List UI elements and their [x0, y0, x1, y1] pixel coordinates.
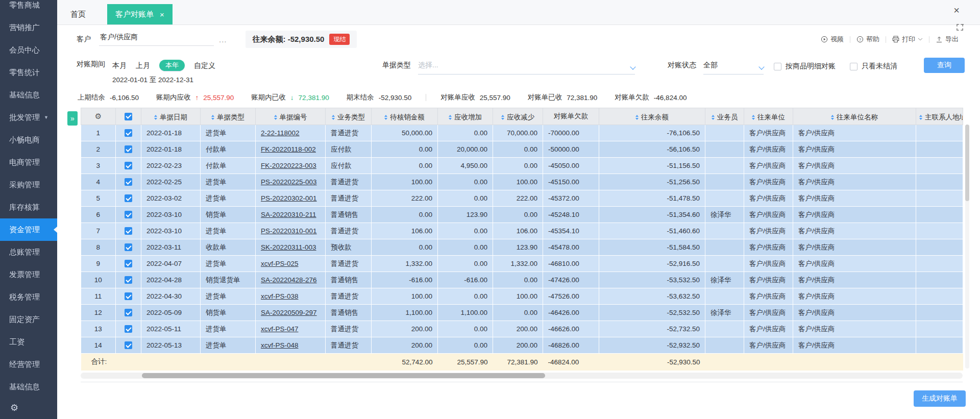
video-button[interactable]: 视频 [821, 35, 844, 44]
unsettled-only-checkbox[interactable]: 只看未结清 [850, 62, 897, 71]
row-checkbox[interactable] [125, 341, 132, 349]
sidebar-item-payroll[interactable]: 工资 [0, 331, 57, 353]
table-row[interactable]: 52022-03-02进货单PS-20220302-001普通进货222.000… [81, 190, 963, 207]
table-row[interactable]: 72022-03-10进货单PS-20220310-001普通进货106.000… [81, 223, 963, 239]
doc-number-link[interactable]: SA-20220310-211 [261, 211, 316, 218]
sidebar-item-retail-stats[interactable]: 零售统计 [0, 61, 57, 84]
sidebar-item-tax[interactable]: 税务管理 [0, 286, 57, 308]
column-header-balance[interactable]: 往来余额 [599, 108, 705, 125]
detail-reconcile-checkbox[interactable]: 按商品明细对账 [774, 62, 836, 71]
sidebar-item-retail-mall[interactable]: 零售商城 [0, 0, 57, 16]
customer-select[interactable]: 客户/供应商 [99, 33, 214, 46]
print-button[interactable]: 打印 [892, 35, 923, 44]
row-checkbox[interactable] [125, 325, 132, 333]
sidebar-item-basic-info-2[interactable]: 基础信息 [0, 376, 57, 398]
column-header-addr[interactable]: 主联系人地址 [916, 108, 963, 125]
row-checkbox[interactable] [125, 292, 132, 300]
doc-number-link[interactable]: PS-20220302-001 [261, 194, 317, 202]
row-checkbox[interactable] [125, 276, 132, 284]
period-option-custom[interactable]: 自定义 [194, 61, 215, 70]
date-range[interactable]: 2022-01-01 至 2022-12-31 [112, 76, 215, 85]
column-header-unit_name[interactable]: 往来单位名称 [793, 108, 916, 125]
tab-customer-statement[interactable]: 客户对账单 × [107, 4, 173, 24]
period-option-last-month[interactable]: 上月 [136, 61, 150, 70]
table-row[interactable]: 42022-02-25进货单PS-20220225-003普通进货100.000… [81, 174, 963, 190]
settings-gear-icon[interactable]: ⚙ [95, 112, 102, 120]
column-header-check[interactable] [116, 108, 141, 125]
column-header-amount[interactable]: 待核销金额 [372, 108, 438, 125]
sidebar-item-operations[interactable]: 经营管理 [0, 353, 57, 376]
column-header-unit[interactable]: 往来单位 [744, 108, 793, 125]
expand-panel-button[interactable]: » [67, 111, 78, 126]
sidebar-item-purchasing[interactable]: 采购管理 [0, 174, 57, 196]
column-header-gear[interactable]: ⚙ [81, 108, 116, 125]
table-row[interactable]: 12022-01-18进货单2-22-118002普通进货50,000.000.… [81, 125, 963, 141]
column-header-type[interactable]: 单据类型 [201, 108, 256, 125]
generate-statement-button[interactable]: 生成对账单 [914, 390, 966, 407]
scrollbar-thumb[interactable] [142, 373, 545, 378]
row-checkbox[interactable] [125, 162, 132, 169]
doc-number-link[interactable]: xcvf-PS-025 [261, 260, 299, 267]
vertical-scrollbar[interactable] [965, 125, 969, 368]
scrollbar-thumb[interactable] [965, 125, 969, 201]
doc-number-link[interactable]: SA-20220509-297 [261, 309, 317, 316]
more-button[interactable]: ... [219, 35, 227, 44]
column-header-salesman[interactable]: 业务员 [705, 108, 744, 125]
select-all-checkbox[interactable] [125, 113, 132, 120]
table-row[interactable]: 82022-03-11收款单SK-20220311-003预收款0.000.00… [81, 239, 963, 256]
doc-number-link[interactable]: SA-20220428-276 [261, 276, 317, 284]
doc-number-link[interactable]: PS-20220310-001 [261, 227, 317, 235]
sidebar-item-xiaochang-ecommerce[interactable]: 小畅电商 [0, 129, 57, 151]
column-header-date[interactable]: 单据日期 [141, 108, 201, 125]
doc-number-link[interactable]: FK-20220223-003 [261, 162, 316, 169]
help-button[interactable]: ? 帮助 [856, 35, 879, 44]
doc-number-link[interactable]: xcvf-PS-047 [261, 325, 299, 333]
doc-number-link[interactable]: SK-20220311-003 [261, 243, 316, 251]
table-row[interactable]: 122022-05-09销货单SA-20220509-297普通销售1,100.… [81, 305, 963, 321]
doc-number-link[interactable]: 2-22-118002 [261, 129, 300, 137]
row-checkbox[interactable] [125, 194, 132, 202]
table-row[interactable]: 132022-05-11进货单xcvf-PS-047普通进货200.000.00… [81, 321, 963, 337]
horizontal-scrollbar[interactable] [81, 373, 963, 379]
search-button[interactable]: 查询 [924, 58, 965, 73]
doc-number-link[interactable]: xcvf-PS-048 [261, 341, 299, 349]
doc-number-link[interactable]: FK-20220118-002 [261, 145, 316, 153]
column-header-dec[interactable]: 应收减少 [493, 108, 543, 125]
sidebar-item-general-ledger[interactable]: 总账管理 [0, 241, 57, 263]
table-row[interactable]: 112022-04-30进货单xcvf-PS-038普通进货100.000.00… [81, 288, 963, 305]
doc-number-link[interactable]: PS-20220225-003 [261, 178, 317, 186]
doc-type-select[interactable]: 选择... [418, 61, 635, 75]
table-row[interactable]: 32022-02-23付款单FK-20220223-003应付款0.004,95… [81, 158, 963, 174]
sidebar-item-ecommerce[interactable]: 电商管理 [0, 151, 57, 174]
row-checkbox[interactable] [125, 145, 132, 153]
window-close-icon[interactable]: × [953, 5, 960, 15]
doc-number-link[interactable]: xcvf-PS-038 [261, 292, 299, 300]
table-row[interactable]: 92022-04-07进货单xcvf-PS-025普通进货1,332.000.0… [81, 256, 963, 272]
sidebar-item-funds[interactable]: 资金管理 [0, 218, 57, 241]
sidebar-item-fixed-assets[interactable]: 固定资产 [0, 308, 57, 331]
table-row[interactable]: 142022-05-13进货单xcvf-PS-048普通进货200.000.00… [81, 337, 963, 354]
sidebar-item-basic-info[interactable]: 基础信息 [0, 84, 57, 106]
fullscreen-icon[interactable] [956, 23, 964, 33]
row-checkbox[interactable] [125, 243, 132, 251]
period-option-this-year[interactable]: 本年 [159, 60, 185, 71]
tab-home[interactable]: 首页 [60, 4, 96, 24]
row-checkbox[interactable] [125, 129, 132, 137]
sidebar-item-member-center[interactable]: 会员中心 [0, 39, 57, 61]
column-header-biz[interactable]: 业务类型 [326, 108, 372, 125]
column-header-inc[interactable]: 应收增加 [438, 108, 493, 125]
row-checkbox[interactable] [125, 309, 132, 316]
table-row[interactable]: 102022-04-28销货退货单SA-20220428-276普通销售-616… [81, 272, 963, 288]
period-option-this-month[interactable]: 本月 [112, 61, 127, 70]
table-row[interactable]: 62022-03-10销货单SA-20220310-211普通销售0.00123… [81, 207, 963, 223]
row-checkbox[interactable] [125, 260, 132, 267]
sidebar-item-invoice[interactable]: 发票管理 [0, 263, 57, 286]
row-checkbox[interactable] [125, 178, 132, 186]
column-header-no[interactable]: 单据编号 [256, 108, 326, 125]
row-checkbox[interactable] [125, 211, 132, 218]
export-button[interactable]: 导出 [936, 35, 959, 44]
sidebar-item-wholesale[interactable]: 批发管理▼ [0, 106, 57, 129]
tab-close-icon[interactable]: × [160, 11, 164, 18]
row-checkbox[interactable] [125, 227, 132, 235]
table-row[interactable]: 22022-01-18付款单FK-20220118-002应付款0.0020,0… [81, 141, 963, 158]
